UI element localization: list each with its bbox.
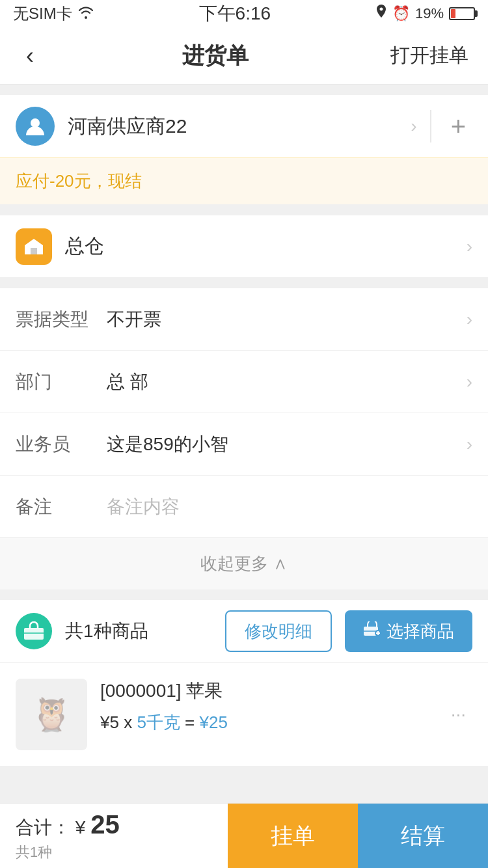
total-currency: ¥ xyxy=(75,817,90,837)
salesperson-row[interactable]: 业务员 这是859的小智 › xyxy=(0,413,488,475)
warehouse-section: 总仓 › xyxy=(0,215,488,277)
alarm-icon: ⏰ xyxy=(392,5,410,22)
department-value: 总 部 xyxy=(107,370,467,394)
remark-row[interactable]: 备注 备注内容 xyxy=(0,475,488,537)
battery-percent: 19% xyxy=(415,5,444,22)
svg-rect-2 xyxy=(24,628,44,640)
product-thumbnail: 🦉 xyxy=(16,679,87,750)
carrier-label: 无SIM卡 xyxy=(13,3,72,24)
product-name: [0000001] 苹果 xyxy=(100,679,444,703)
invoice-type-label: 票据类型 xyxy=(16,307,107,332)
status-left: 无SIM卡 xyxy=(13,3,94,24)
back-button[interactable]: ‹ xyxy=(20,36,40,76)
product-price: ¥5 x 5千克 = ¥25 xyxy=(100,711,444,734)
warehouse-row[interactable]: 总仓 › xyxy=(0,215,488,277)
department-chevron-icon: › xyxy=(467,372,472,392)
product-info: [0000001] 苹果 ¥5 x 5千克 = ¥25 xyxy=(100,679,444,734)
remark-label: 备注 xyxy=(16,495,107,519)
product-thumb-placeholder: 🦉 xyxy=(31,696,72,733)
settle-button[interactable]: 结算 xyxy=(358,804,488,868)
status-right: ⏰ 19% xyxy=(375,5,475,23)
bottom-bar: 合计： ¥ 25 共1种 挂单 结算 xyxy=(0,803,488,868)
salesperson-value: 这是859的小智 xyxy=(107,432,467,457)
nav-bar: ‹ 进货单 打开挂单 xyxy=(0,27,488,85)
collapse-label: 收起更多 ∧ xyxy=(200,552,287,575)
select-icon xyxy=(363,621,381,642)
section-gap-3 xyxy=(0,277,488,288)
product-more-button[interactable]: ··· xyxy=(444,704,472,725)
select-product-button[interactable]: 选择商品 xyxy=(345,610,472,652)
product-section: 共1种商品 修改明细 选择商品 🦉 [0000001] 苹果 xyxy=(0,600,488,766)
svg-rect-1 xyxy=(31,248,37,254)
add-supplier-button[interactable]: + xyxy=(444,105,472,148)
product-header: 共1种商品 修改明细 选择商品 xyxy=(0,600,488,662)
supplier-chevron-icon[interactable]: › xyxy=(411,116,416,137)
total-label: 合计： xyxy=(16,817,70,837)
select-product-label: 选择商品 xyxy=(386,620,454,643)
warehouse-icon xyxy=(16,228,52,265)
product-item: 🦉 [0000001] 苹果 ¥5 x 5千克 = ¥25 ··· xyxy=(0,662,488,766)
hang-order-button[interactable]: 挂单 xyxy=(228,804,358,868)
product-count-icon xyxy=(16,613,52,649)
product-code: [0000001] xyxy=(100,681,186,701)
wifi-icon xyxy=(77,5,94,23)
summary-count: 共1种 xyxy=(16,843,212,862)
divider xyxy=(430,110,431,142)
warehouse-label: 总仓 xyxy=(65,233,467,260)
section-gap-2 xyxy=(0,204,488,215)
product-count-text: 共1种商品 xyxy=(65,619,212,644)
status-time: 下午6:16 xyxy=(199,1,271,26)
department-row[interactable]: 部门 总 部 › xyxy=(0,350,488,413)
collapse-button[interactable]: 收起更多 ∧ xyxy=(0,537,488,590)
salesperson-chevron-icon: › xyxy=(467,434,472,455)
product-quantity: 5千克 xyxy=(137,712,180,732)
supplier-avatar xyxy=(16,107,55,146)
product-unit-price: ¥5 x xyxy=(100,712,137,732)
invoice-type-row[interactable]: 票据类型 不开票 › xyxy=(0,288,488,350)
supplier-row: 河南供应商22 › + xyxy=(0,95,488,157)
product-title: 苹果 xyxy=(186,681,223,701)
invoice-type-value: 不开票 xyxy=(107,307,467,332)
total-amount: 25 xyxy=(90,810,120,839)
summary-section: 合计： ¥ 25 共1种 xyxy=(0,804,228,868)
supplier-section: 河南供应商22 › + 应付-20元，现结 xyxy=(0,95,488,204)
form-section: 票据类型 不开票 › 部门 总 部 › 业务员 这是859的小智 › 备注 备注… xyxy=(0,288,488,590)
location-icon xyxy=(375,5,387,23)
product-total-price: ¥25 xyxy=(199,712,227,732)
product-equals: = xyxy=(180,712,200,732)
remark-placeholder: 备注内容 xyxy=(107,495,472,519)
supplier-notice: 应付-20元，现结 xyxy=(0,157,488,204)
svg-point-0 xyxy=(31,118,40,128)
open-hang-button[interactable]: 打开挂单 xyxy=(390,42,468,69)
status-bar: 无SIM卡 下午6:16 ⏰ 19% xyxy=(0,0,488,27)
salesperson-label: 业务员 xyxy=(16,432,107,457)
department-label: 部门 xyxy=(16,370,107,394)
edit-detail-button[interactable]: 修改明细 xyxy=(225,610,332,652)
section-gap-1 xyxy=(0,85,488,95)
battery-icon xyxy=(449,7,475,20)
warehouse-chevron-icon: › xyxy=(467,236,472,257)
summary-total: 合计： ¥ 25 xyxy=(16,810,212,840)
page-title: 进货单 xyxy=(182,41,249,71)
section-gap-4 xyxy=(0,590,488,600)
supplier-name: 河南供应商22 xyxy=(68,113,411,140)
invoice-type-chevron-icon: › xyxy=(467,309,472,330)
